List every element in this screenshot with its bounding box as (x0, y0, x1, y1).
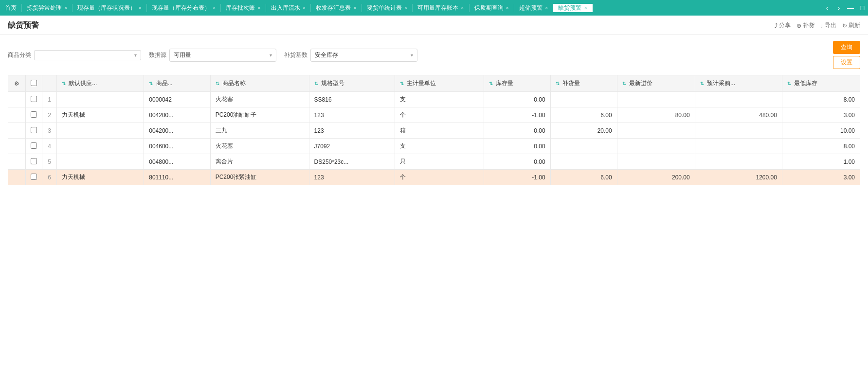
refresh-button[interactable]: ↻ 刷新 (842, 21, 860, 30)
tab-item-6[interactable]: 收发存汇总表× (311, 4, 362, 12)
category-filter-group: 商品分类 ▾ (8, 50, 141, 60)
tab-close-3[interactable]: × (213, 5, 216, 11)
row-checkbox-5[interactable] (31, 174, 37, 180)
select-all-checkbox[interactable] (31, 80, 37, 86)
col-spec[interactable]: ⇅ 规格型号 (309, 75, 395, 92)
col-unit[interactable]: ⇅ 主计量单位 (395, 75, 484, 92)
row-replenish-2: 20.00 (550, 123, 617, 139)
row-gear-cell-5 (8, 170, 26, 185)
col-latest-price-label: 最新进价 (629, 80, 652, 87)
row-checkbox-1[interactable] (31, 111, 37, 118)
tab-item-1[interactable]: 拣货异常处理× (22, 4, 72, 12)
row-checkbox-2[interactable] (31, 127, 37, 133)
row-checkbox-cell-3[interactable] (26, 139, 42, 154)
tab-close-6[interactable]: × (353, 5, 356, 11)
row-spec-5: 123 (309, 170, 395, 185)
row-replenish-1: 6.00 (550, 107, 617, 123)
row-checkbox-cell-4[interactable] (26, 154, 42, 170)
col-stock[interactable]: ⇅ 库存量 (484, 75, 550, 92)
col-goods-name-label: 商品名称 (222, 80, 246, 87)
tab-label-2: 现存量（库存状况表） (77, 4, 136, 12)
col-latest-price[interactable]: ⇅ 最新进价 (617, 75, 695, 92)
tab-close-10[interactable]: × (545, 5, 548, 11)
row-checkbox-cell-0[interactable] (26, 92, 42, 107)
row-checkbox-4[interactable] (31, 158, 37, 164)
tab-next-btn[interactable]: › (833, 0, 845, 16)
col-goods-name[interactable]: ⇅ 商品名称 (210, 75, 309, 92)
row-replenish-0 (550, 92, 617, 107)
sort-replenish-icon: ⇅ (556, 81, 560, 86)
col-supplier[interactable]: ⇅ 默认供应... (57, 75, 144, 92)
tab-item-3[interactable]: 现存量（库存分布表）× (147, 4, 221, 12)
row-stock-1: -1.00 (484, 107, 550, 123)
replenish-button[interactable]: ⊕ 补货 (796, 21, 814, 30)
share-button[interactable]: ⤴ 分享 (775, 21, 791, 30)
datasource-value: 可用量 (174, 51, 191, 59)
query-button[interactable]: 查询 (833, 41, 860, 54)
datasource-select[interactable]: 可用量 ▾ (169, 49, 276, 62)
table-row[interactable]: 1 0000042 火花塞 SS816 支 0.00 8.00 (8, 92, 860, 107)
row-checkbox-cell-2[interactable] (26, 123, 42, 139)
datasource-filter-group: 数据源 可用量 ▾ (149, 49, 276, 62)
row-est-purchase-3 (695, 139, 782, 154)
tab-item-11[interactable]: 缺货预警× (553, 4, 592, 12)
tab-close-7[interactable]: × (404, 5, 407, 11)
tab-bar: 首页拣货异常处理×现存量（库存状况表）×现存量（库存分布表）×库存批次账×出入库… (0, 0, 868, 16)
row-min-stock-4: 1.00 (782, 154, 860, 170)
row-goods-name-2: 三九 (210, 123, 309, 139)
tab-minimize-btn[interactable]: — (845, 0, 856, 16)
replenish-value: 安全库存 (315, 51, 338, 59)
tab-close-9[interactable]: × (506, 5, 509, 11)
tab-item-9[interactable]: 保质期查询× (470, 4, 514, 12)
row-checkbox-cell-1[interactable] (26, 107, 42, 123)
table-row[interactable]: 5 004800... 离合片 DS250*23c... 只 0.00 1.00 (8, 154, 860, 170)
row-unit-0: 支 (395, 92, 484, 107)
row-goods-code-2: 004200... (144, 123, 210, 139)
tab-item-10[interactable]: 超储预警× (514, 4, 553, 12)
table-row[interactable]: 6 力天机械 801110... PC200张紧油缸 123 个 -1.00 6… (8, 170, 860, 185)
tab-item-2[interactable]: 现存量（库存状况表）× (72, 4, 146, 12)
tab-close-2[interactable]: × (138, 5, 141, 11)
category-select[interactable]: ▾ (34, 50, 141, 60)
table-row[interactable]: 2 力天机械 004200... PC200油缸缸子 123 个 -1.00 6… (8, 107, 860, 123)
col-goods-code[interactable]: ⇅ 商品... (144, 75, 210, 92)
row-checkbox-0[interactable] (31, 96, 37, 102)
export-button[interactable]: ↓ 导出 (820, 21, 836, 30)
page-header: 缺货预警 ⤴ 分享 ⊕ 补货 ↓ 导出 ↻ 刷新 (0, 16, 868, 35)
row-stock-4: 0.00 (484, 154, 550, 170)
replenish-icon: ⊕ (796, 22, 801, 29)
col-min-stock[interactable]: ⇅ 最低库存 (782, 75, 860, 92)
row-stock-0: 0.00 (484, 92, 550, 107)
setting-button[interactable]: 设置 (833, 56, 860, 69)
col-goods-code-label: 商品... (156, 80, 173, 87)
main-table: ⚙ ⇅ 默认供应... ⇅ 商品... ⇅ (8, 75, 860, 185)
row-no-5: 6 (42, 170, 57, 185)
tab-close-4[interactable]: × (257, 5, 260, 11)
table-row[interactable]: 3 004200... 三九 123 箱 0.00 20.00 10.00 (8, 123, 860, 139)
col-gear[interactable]: ⚙ (8, 75, 26, 92)
col-est-purchase[interactable]: ⇅ 预计采购... (695, 75, 782, 92)
tab-item-0[interactable]: 首页 (0, 4, 22, 12)
table-row[interactable]: 4 004600... 火花塞 J7092 支 0.00 8.00 (8, 139, 860, 154)
row-checkbox-cell-5[interactable] (26, 170, 42, 185)
tab-fullscreen-btn[interactable]: □ (856, 0, 868, 16)
tab-close-11[interactable]: × (584, 5, 587, 11)
tab-close-5[interactable]: × (303, 5, 306, 11)
tab-item-7[interactable]: 要货单统计表× (362, 4, 413, 12)
row-goods-code-1: 004200... (144, 107, 210, 123)
tab-item-4[interactable]: 库存批次账× (221, 4, 266, 12)
sort-supplier-icon: ⇅ (62, 81, 66, 86)
table-container: ⚙ ⇅ 默认供应... ⇅ 商品... ⇅ (0, 75, 868, 185)
row-checkbox-3[interactable] (31, 142, 37, 149)
col-replenish[interactable]: ⇅ 补货量 (550, 75, 617, 92)
tab-close-1[interactable]: × (64, 5, 67, 11)
replenish-select[interactable]: 安全库存 ▾ (310, 49, 417, 62)
col-checkbox[interactable] (26, 75, 42, 92)
row-min-stock-3: 8.00 (782, 139, 860, 154)
tab-item-8[interactable]: 可用量库存账本× (413, 4, 469, 12)
tab-prev-btn[interactable]: ‹ (821, 0, 833, 16)
tab-bar-inner: 首页拣货异常处理×现存量（库存状况表）×现存量（库存分布表）×库存批次账×出入库… (0, 4, 821, 12)
tab-close-8[interactable]: × (461, 5, 464, 11)
tab-item-5[interactable]: 出入库流水× (266, 4, 311, 12)
row-supplier-2 (57, 123, 144, 139)
